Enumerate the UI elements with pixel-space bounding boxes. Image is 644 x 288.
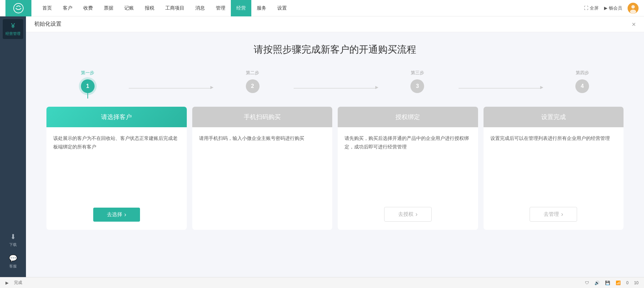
go-manage-button[interactable]: 去管理 › [530, 207, 577, 222]
sidebar: ¥ 经营管理 ⬇ 下载 💬 客服 [0, 16, 26, 277]
go-authorize-arrow: › [416, 211, 418, 218]
step-3-pin [417, 93, 418, 99]
step-1-circle-wrapper: 1 [81, 79, 95, 99]
step-4-circle: 4 [575, 79, 589, 93]
go-authorize-button[interactable]: 去授权 › [384, 207, 432, 222]
card-3: 授权绑定 请先购买，购买后选择开通的产品中的企业用户进行授权绑定，成功后即可进行… [338, 107, 478, 230]
sidebar-bottom: ⬇ 下载 💬 客服 [3, 230, 23, 277]
go-manage-arrow: › [561, 211, 563, 218]
count-10: 10 [634, 280, 639, 285]
card-1-header: 请选择客户 [46, 107, 187, 127]
go-select-label: 去选择 [107, 211, 122, 218]
step-2-pin [252, 93, 253, 99]
card-1-body: 该处展示的客户为不在回收站、客户状态正常建账后完成老板端绑定的所有客户 [46, 127, 187, 202]
card-1-footer: 去选择 › [46, 202, 187, 230]
sidebar-support[interactable]: 💬 客服 [3, 251, 23, 272]
card-4: 设置完成 设置完成后可以在管理列表进行所有企业用户的经营管理 去管理 › [484, 107, 624, 230]
go-select-button[interactable]: 去选择 › [93, 208, 140, 222]
shield-icon: 🛡 [585, 280, 589, 285]
nav-tax[interactable]: 报税 [139, 0, 160, 16]
card-2-header: 手机扫码购买 [192, 107, 333, 127]
content-area: 初始化设置 × 请按照步骤完成新客户的开通购买流程 第一步 1 [26, 16, 644, 277]
go-authorize-label: 去授权 [398, 211, 414, 218]
card-3-body: 请先购买，购买后选择开通的产品中的企业用户进行授权绑定，成功后即可进行经营管理 [338, 127, 478, 201]
svg-point-2 [631, 5, 635, 9]
step-3-circle-wrapper: 3 [410, 79, 424, 99]
card-4-header: 设置完成 [484, 107, 624, 127]
sidebar-item-operation[interactable]: ¥ 经营管理 [3, 19, 23, 39]
step-2-label: 第二步 [246, 70, 259, 76]
card-4-footer: 去管理 › [484, 201, 624, 230]
nav-right: ⛶ 全屏 ▶ 畅会员 [584, 3, 639, 14]
status-bar: ▶ 完成 🛡 🔊 💾 📶 0 10 [0, 277, 644, 288]
step-connector-3 [459, 88, 541, 89]
card-3-header: 授权绑定 [338, 107, 478, 127]
card-2-body: 请用手机扫码，输入小微企业主账号密码进行购买 [192, 127, 333, 216]
page-title: 初始化设置 [34, 21, 61, 28]
svg-point-3 [630, 10, 636, 14]
step-2: 第二步 2 [211, 70, 294, 99]
network-icon: 📶 [616, 280, 621, 285]
play-button[interactable]: ▶ [5, 280, 9, 285]
step-3-label: 第三步 [411, 70, 424, 76]
step-1-circle: 1 [81, 79, 95, 93]
status-text: 完成 [14, 280, 22, 286]
save-icon: 💾 [605, 280, 610, 285]
yen-icon: ¥ [11, 22, 15, 30]
sidebar-item-label: 经营管理 [5, 31, 20, 36]
nav-home[interactable]: 首页 [37, 0, 57, 16]
fullscreen-btn[interactable]: ⛶ 全屏 [584, 5, 599, 11]
volume-icon: 🔊 [594, 280, 600, 285]
setup-content: 请按照步骤完成新客户的开通购买流程 第一步 1 第二步 2 [26, 32, 644, 241]
step-2-circle-wrapper: 2 [246, 79, 260, 99]
avatar[interactable] [628, 3, 639, 14]
nav-customer[interactable]: 客户 [57, 0, 78, 16]
nav-invoice[interactable]: 票据 [98, 0, 119, 16]
close-button[interactable]: × [632, 21, 636, 28]
step-4: 第四步 4 [541, 70, 624, 99]
cards-container: 请选择客户 该处展示的客户为不在回收站、客户状态正常建账后完成老板端绑定的所有客… [40, 107, 630, 230]
go-select-arrow: › [124, 211, 126, 218]
count-0: 0 [626, 280, 629, 285]
svg-point-0 [14, 3, 23, 13]
nav-industry[interactable]: 工商项目 [160, 0, 190, 16]
step-1-label: 第一步 [81, 70, 94, 76]
go-manage-label: 去管理 [544, 211, 559, 218]
nav-message[interactable]: 消息 [190, 0, 210, 16]
main-layout: ¥ 经营管理 ⬇ 下载 💬 客服 初始化设置 × 请按照步骤完成新客户的开通购买… [0, 16, 644, 277]
card-4-body: 设置完成后可以在管理列表进行所有企业用户的经营管理 [484, 127, 624, 201]
download-icon: ⬇ [10, 233, 16, 241]
setup-heading: 请按照步骤完成新客户的开通购买流程 [40, 43, 630, 56]
nav-billing[interactable]: 收费 [78, 0, 98, 16]
step-4-circle-wrapper: 4 [575, 79, 589, 99]
card-1: 请选择客户 该处展示的客户为不在回收站、客户状态正常建账后完成老板端绑定的所有客… [46, 107, 187, 230]
top-nav: 首页 客户 收费 票据 记账 报税 工商项目 消息 管理 经营 服务 设置 ⛶ … [0, 0, 644, 16]
fullscreen-icon: ⛶ [584, 5, 588, 11]
card-3-footer: 去授权 › [338, 201, 478, 230]
step-1: 第一步 1 [46, 70, 129, 99]
step-1-pin [87, 93, 88, 99]
steps-container: 第一步 1 第二步 2 [40, 70, 630, 99]
nav-service[interactable]: 服务 [251, 0, 272, 16]
vip-btn[interactable]: ▶ 畅会员 [604, 5, 622, 11]
step-4-pin [582, 93, 583, 99]
card-2-footer [192, 216, 333, 230]
page-header: 初始化设置 × [26, 16, 644, 32]
play-icon: ▶ [604, 5, 607, 11]
status-bar-right: 🛡 🔊 💾 📶 0 10 [585, 280, 639, 285]
nav-settings[interactable]: 设置 [272, 0, 292, 16]
step-2-circle: 2 [246, 79, 260, 93]
step-3: 第三步 3 [376, 70, 459, 99]
card-2: 手机扫码购买 请用手机扫码，输入小微企业主账号密码进行购买 [192, 107, 333, 230]
chat-icon: 💬 [9, 254, 17, 262]
step-connector-2 [294, 88, 376, 89]
step-connector-1 [129, 88, 211, 89]
nav-manage[interactable]: 管理 [210, 0, 231, 16]
logo [5, 0, 31, 16]
sidebar-download[interactable]: ⬇ 下载 [3, 230, 23, 250]
step-3-circle: 3 [410, 79, 424, 93]
nav-accounting[interactable]: 记账 [119, 0, 139, 16]
step-4-label: 第四步 [576, 70, 589, 76]
nav-operation[interactable]: 经营 [231, 0, 251, 16]
